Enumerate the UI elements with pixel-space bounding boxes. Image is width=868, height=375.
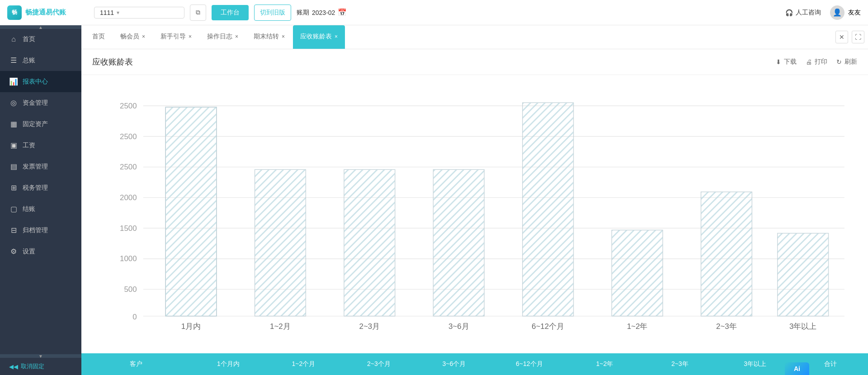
sidebar-label-funds: 资金管理 bbox=[23, 99, 48, 107]
pin-icon: ◀◀ bbox=[9, 363, 18, 370]
assets-icon: ▦ bbox=[9, 120, 18, 128]
tab-oplog-label: 操作日志 bbox=[207, 33, 232, 41]
sidebar-label-tax: 税务管理 bbox=[23, 184, 48, 192]
table-col-6-12m: 6~12个月 bbox=[492, 360, 567, 368]
sidebar-item-ledger[interactable]: ☰ 总账 bbox=[0, 50, 81, 71]
sidebar-label-checkout: 结账 bbox=[23, 205, 35, 213]
svg-text:1月内: 1月内 bbox=[181, 322, 201, 331]
svg-text:2~3年: 2~3年 bbox=[716, 322, 737, 331]
workspace-button[interactable]: 工作台 bbox=[212, 5, 249, 20]
tab-bar: 首页 畅会员 × 新手引导 × 操作日志 × 期末结转 × 应收账龄表 × bbox=[81, 25, 868, 49]
ai-badge[interactable]: Ai bbox=[785, 362, 809, 375]
svg-rect-27 bbox=[612, 230, 663, 316]
tab-aging-label: 应收账龄表 bbox=[300, 33, 332, 41]
svg-text:1~2年: 1~2年 bbox=[627, 322, 648, 331]
settings-icon: ⚙ bbox=[9, 247, 18, 256]
tab-oplog-close[interactable]: × bbox=[235, 34, 238, 39]
company-selector[interactable]: 1111 ▾ bbox=[94, 7, 184, 19]
sidebar-label-settings: 设置 bbox=[23, 248, 35, 256]
table-col-2-3m: 2~3个月 bbox=[341, 360, 416, 368]
download-button[interactable]: ⬇ 下载 bbox=[776, 58, 797, 66]
sidebar-item-checkout[interactable]: ▢ 结账 bbox=[0, 198, 81, 220]
old-version-button[interactable]: 切到旧版 bbox=[254, 5, 291, 21]
table-col-3-6m: 3~6个月 bbox=[416, 360, 491, 368]
tab-member-close[interactable]: × bbox=[142, 34, 145, 39]
sidebar-item-funds[interactable]: ◎ 资金管理 bbox=[0, 92, 81, 113]
tab-period-end-close[interactable]: × bbox=[282, 34, 285, 39]
sidebar-item-tax[interactable]: ⊞ 税务管理 bbox=[0, 177, 81, 198]
sidebar-label-ledger: 总账 bbox=[23, 56, 35, 65]
chevron-down-icon: ▾ bbox=[117, 9, 119, 16]
user-label: 友友 bbox=[848, 9, 861, 17]
svg-rect-29 bbox=[701, 192, 752, 316]
download-icon: ⬇ bbox=[776, 58, 781, 66]
svg-text:2500: 2500 bbox=[120, 102, 137, 110]
cancel-fixed-button[interactable]: ◀◀ 取消固定 bbox=[0, 358, 81, 375]
sidebar-item-home[interactable]: ⌂ 首页 bbox=[0, 29, 81, 50]
table-col-1m: 1个月内 bbox=[191, 360, 266, 368]
table-col-1-2y: 1~2年 bbox=[567, 360, 642, 368]
table-col-customer: 客户 bbox=[81, 360, 191, 368]
sidebar-item-archive[interactable]: ⊟ 归档管理 bbox=[0, 220, 81, 241]
table-col-1-2m: 1~2个月 bbox=[266, 360, 341, 368]
sidebar-item-invoice[interactable]: ▤ 发票管理 bbox=[0, 156, 81, 177]
tab-aging-close[interactable]: × bbox=[335, 34, 338, 39]
svg-text:3~6月: 3~6月 bbox=[448, 322, 469, 331]
company-name: 1111 bbox=[100, 9, 114, 16]
period-value: 2023-02 bbox=[312, 9, 335, 16]
sidebar-label-home: 首页 bbox=[23, 35, 35, 43]
ai-label: Ai bbox=[794, 365, 800, 372]
maximize-button[interactable]: ⛶ bbox=[852, 31, 864, 43]
calendar-icon[interactable]: 📅 bbox=[338, 8, 347, 17]
tab-member-label: 畅会员 bbox=[120, 33, 139, 41]
header-right: 🎧 人工咨询 👤 友友 bbox=[785, 5, 861, 20]
refresh-button[interactable]: ↻ 刷新 bbox=[836, 58, 857, 66]
sidebar-item-assets[interactable]: ▦ 固定资产 bbox=[0, 113, 81, 135]
tab-oplog[interactable]: 操作日志 × bbox=[200, 25, 245, 49]
tab-guide[interactable]: 新手引导 × bbox=[153, 25, 199, 49]
tab-member[interactable]: 畅会员 × bbox=[113, 25, 152, 49]
tab-home[interactable]: 首页 bbox=[85, 25, 112, 49]
reports-icon: 📊 bbox=[9, 77, 18, 86]
tab-aging[interactable]: 应收账龄表 × bbox=[293, 25, 345, 49]
headset-icon: 🎧 bbox=[785, 9, 793, 16]
sidebar-scroll-down[interactable]: ▼ bbox=[0, 354, 81, 358]
svg-rect-21 bbox=[344, 169, 395, 316]
logo-char: 畅 bbox=[12, 9, 17, 16]
page-header: 应收账龄表 ⬇ 下载 🖨 打印 ↻ 刷新 bbox=[81, 49, 868, 75]
print-button[interactable]: 🖨 打印 bbox=[806, 58, 827, 66]
sidebar-item-reports[interactable]: 📊 报表中心 bbox=[0, 71, 81, 92]
logo-area: 畅 畅捷通易代账 bbox=[7, 5, 89, 20]
sidebar-item-salary[interactable]: ▣ 工资 bbox=[0, 135, 81, 156]
user-area[interactable]: 👤 友友 bbox=[830, 5, 861, 20]
period-area: 账期 2023-02 📅 bbox=[297, 8, 347, 17]
tab-bar-right: ✕ ⛶ bbox=[835, 31, 864, 43]
chart-area: 2500 2500 2500 2000 1500 1000 500 0 1月内 bbox=[81, 75, 868, 353]
copy-button[interactable]: ⧉ bbox=[190, 5, 206, 21]
sidebar-label-invoice: 发票管理 bbox=[23, 163, 48, 171]
sidebar: ▲ ⌂ 首页 ☰ 总账 📊 报表中心 ◎ 资金管理 ▦ 固定资产 ▣ 工资 ▤ … bbox=[0, 25, 81, 375]
svg-text:3年以上: 3年以上 bbox=[789, 322, 816, 331]
svg-text:500: 500 bbox=[124, 285, 137, 294]
consult-button[interactable]: 🎧 人工咨询 bbox=[785, 9, 821, 17]
ledger-icon: ☰ bbox=[9, 56, 18, 65]
print-label: 打印 bbox=[815, 58, 827, 66]
logo-text: 畅捷通易代账 bbox=[25, 8, 66, 17]
table-header: 客户 1个月内 1~2个月 2~3个月 3~6个月 6~12个月 bbox=[81, 353, 868, 375]
checkout-icon: ▢ bbox=[9, 205, 18, 213]
svg-rect-31 bbox=[778, 233, 829, 316]
svg-text:1000: 1000 bbox=[120, 254, 137, 263]
tab-guide-close[interactable]: × bbox=[189, 34, 192, 39]
download-label: 下载 bbox=[784, 58, 797, 66]
tab-period-end[interactable]: 期末结转 × bbox=[246, 25, 292, 49]
sidebar-item-settings[interactable]: ⚙ 设置 bbox=[0, 241, 81, 262]
bar-chart: 2500 2500 2500 2000 1500 1000 500 0 1月内 bbox=[92, 82, 857, 346]
invoice-icon: ▤ bbox=[9, 162, 18, 171]
svg-text:6~12个月: 6~12个月 bbox=[532, 322, 564, 331]
svg-text:0: 0 bbox=[132, 313, 137, 321]
svg-text:1500: 1500 bbox=[120, 224, 137, 233]
sidebar-scroll-up[interactable]: ▲ bbox=[0, 25, 81, 29]
print-icon: 🖨 bbox=[806, 58, 812, 66]
close-window-button[interactable]: ✕ bbox=[835, 31, 848, 43]
avatar: 👤 bbox=[830, 5, 844, 20]
